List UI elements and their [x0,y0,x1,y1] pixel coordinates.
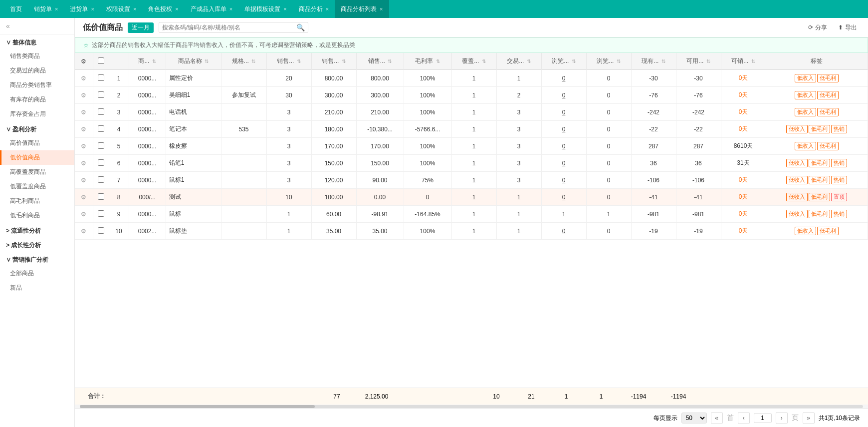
th-stock-avail[interactable]: 可用... ⇅ [676,53,721,70]
th-stock-sale[interactable]: 可销... ⇅ [721,53,766,70]
nav-purchase[interactable]: 进货单 × [64,0,100,18]
browse-link[interactable]: 1 [562,211,566,218]
td-settings[interactable]: ⚙ [75,138,93,155]
browse-link[interactable]: 0 [562,92,566,99]
tag-低收入[interactable]: 低收入 [786,176,808,184]
browse-link[interactable]: 0 [562,143,566,150]
td-browse1[interactable]: 0 [541,87,586,104]
row-checkbox[interactable] [98,142,104,149]
tag-热销[interactable]: 热销 [831,125,847,133]
tag-低毛利[interactable]: 低毛利 [809,193,830,201]
th-gross-rate[interactable]: 毛利率 ⇅ [404,53,451,70]
sidebar-item-high-coverage[interactable]: 高覆盖度商品 [0,165,74,179]
th-coverage[interactable]: 覆盖... ⇅ [451,53,496,70]
sidebar-item-low-coverage[interactable]: 低覆盖度商品 [0,179,74,194]
tag-低收入[interactable]: 低收入 [795,142,816,150]
sidebar-item-low-value[interactable]: 低价值商品 [0,150,74,165]
sidebar-item-high-value[interactable]: 高价值商品 [0,136,74,150]
row-checkbox[interactable] [98,193,104,200]
nav-analysis-list[interactable]: 商品分析列表 × [335,0,389,18]
td-check[interactable] [93,121,109,138]
td-settings[interactable]: ⚙ [75,70,93,87]
td-browse1[interactable]: 0 [541,172,586,189]
th-trade[interactable]: 交易... ⇅ [496,53,541,70]
row-checkbox[interactable] [98,91,104,98]
prev-page-btn[interactable]: ‹ [738,412,750,424]
nav-analysis-list-close[interactable]: × [380,6,383,12]
sidebar-item-low-margin[interactable]: 低毛利商品 [0,208,74,223]
td-browse1[interactable]: 1 [541,206,586,223]
sidebar-item-stock-capital[interactable]: 库存资金占用 [0,107,74,121]
nav-template-close[interactable]: × [283,6,286,12]
browse-link[interactable]: 0 [562,194,566,201]
td-settings[interactable]: ⚙ [75,223,93,240]
sidebar-item-all-goods[interactable]: 全部商品 [0,266,74,281]
th-settings[interactable]: ⚙ [75,53,93,70]
row-checkbox[interactable] [98,176,104,183]
row-checkbox[interactable] [98,125,104,132]
browse-link[interactable]: 0 [562,177,566,184]
th-browse2[interactable]: 浏览... ⇅ [586,53,631,70]
th-sales-qty[interactable]: 销售... ⇅ [266,53,311,70]
export-btn[interactable]: ⬆ 导出 [835,22,860,33]
td-settings[interactable]: ⚙ [75,121,93,138]
share-btn[interactable]: ⟳ 分享 [805,22,830,33]
sidebar-group-overview[interactable]: ∨ 整体信息 [0,34,74,49]
tag-低收入[interactable]: 低收入 [795,108,816,116]
td-browse1[interactable]: 0 [541,223,586,240]
th-stock-cur[interactable]: 现有... ⇅ [631,53,676,70]
date-filter-btn[interactable]: 近一月 [128,22,154,33]
th-name[interactable]: 商品名称 ⇅ [166,53,221,70]
browse-link[interactable]: 0 [562,228,566,235]
tag-低收入[interactable]: 低收入 [786,125,808,133]
nav-analysis-close[interactable]: × [326,6,329,12]
th-check[interactable] [93,53,109,70]
nav-role[interactable]: 角色授权 × [142,0,184,18]
td-check[interactable] [93,172,109,189]
td-browse1[interactable]: 0 [541,138,586,155]
sidebar-group-profit[interactable]: ∨ 盈利分析 [0,121,74,136]
tag-低毛利[interactable]: 低毛利 [817,91,839,99]
tag-热销[interactable]: 热销 [831,159,847,167]
sidebar-item-category-rate[interactable]: 商品分类销售率 [0,78,74,92]
td-settings[interactable]: ⚙ [75,155,93,172]
td-browse1[interactable]: 0 [541,70,586,87]
td-check[interactable] [93,70,109,87]
select-all-checkbox[interactable] [98,57,104,64]
sidebar-collapse-btn[interactable]: « [4,21,12,31]
th-spec[interactable]: 规格... ⇅ [221,53,266,70]
nav-permission[interactable]: 权限设置 × [100,0,142,18]
nav-role-close[interactable]: × [175,6,178,12]
td-settings[interactable]: ⚙ [75,206,93,223]
tag-热销[interactable]: 热销 [831,176,847,184]
tag-低毛利[interactable]: 低毛利 [809,159,830,167]
nav-home[interactable]: 首页 [4,0,28,18]
table-container[interactable]: ⚙ 商... ⇅ 商品名称 ⇅ 规格... ⇅ 销售... ⇅ 销售... ⇅ … [75,53,868,388]
tag-低毛利[interactable]: 低毛利 [809,176,830,184]
sidebar-item-stock-goods[interactable]: 有库存的商品 [0,92,74,107]
scrollbar-area[interactable] [75,405,868,409]
last-page-btn[interactable]: » [803,412,815,424]
tag-低收入[interactable]: 低收入 [786,159,808,167]
nav-sales-close[interactable]: × [55,6,58,12]
row-checkbox[interactable] [98,74,104,81]
td-check[interactable] [93,189,109,206]
td-browse1[interactable]: 0 [541,104,586,121]
nav-inbound[interactable]: 产成品入库单 × [185,0,238,18]
nav-purchase-close[interactable]: × [91,6,94,12]
td-browse1[interactable]: 0 [541,155,586,172]
th-browse1[interactable]: 浏览... ⇅ [541,53,586,70]
nav-inbound-close[interactable]: × [229,6,232,12]
sidebar-group-growth[interactable]: > 成长性分析 [0,237,74,252]
td-check[interactable] [93,223,109,240]
td-browse1[interactable]: 0 [541,189,586,206]
nav-analysis[interactable]: 商品分析 × [293,0,335,18]
td-settings[interactable]: ⚙ [75,87,93,104]
td-check[interactable] [93,138,109,155]
tag-低毛利[interactable]: 低毛利 [817,108,839,116]
row-checkbox[interactable] [98,108,104,115]
row-checkbox[interactable] [98,210,104,217]
sidebar-group-liquidity[interactable]: > 流通性分析 [0,223,74,237]
browse-link[interactable]: 0 [562,109,566,116]
tag-低毛利[interactable]: 低毛利 [817,227,839,235]
